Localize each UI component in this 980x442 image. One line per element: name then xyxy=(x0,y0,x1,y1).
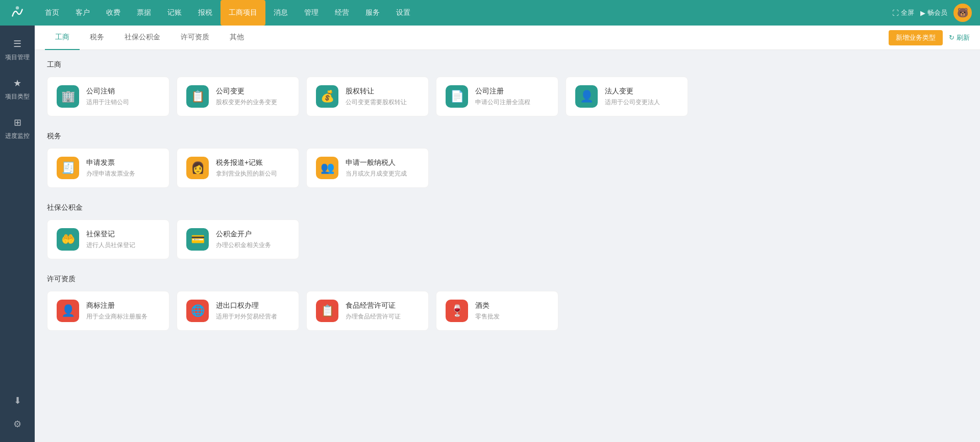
tab-社保公积金[interactable]: 社保公积金 xyxy=(114,26,170,50)
tab-其他[interactable]: 其他 xyxy=(219,26,254,50)
card-desc: 办理公积金相关业务 xyxy=(216,241,271,250)
fullscreen-icon: ⛶ xyxy=(892,9,899,17)
card-icon: 👤 xyxy=(57,300,79,322)
top-navigation: 首页客户收费票据记账报税工商项目消息管理经营服务设置 ⛶ 全屏 ▶ 畅会员 🐻 xyxy=(0,0,980,26)
section-title: 税务 xyxy=(47,132,968,141)
cards-grid: 🧾申请发票办理申请发票业务👩税务报道+记账拿到营业执照的新公司👥申请一般纳税人当… xyxy=(47,148,968,188)
card-title: 食品经营许可证 xyxy=(346,301,401,310)
nav-item-收费[interactable]: 收费 xyxy=(98,0,129,26)
card-icon: 🌐 xyxy=(186,300,209,322)
service-card-公司变更[interactable]: 📋公司变更股权变更外的业务变更 xyxy=(177,77,299,116)
card-icon: 🤲 xyxy=(57,228,79,251)
card-icon: 🏢 xyxy=(57,85,79,108)
service-card-申请一般纳税人[interactable]: 👥申请一般纳税人当月或次月成变更完成 xyxy=(306,148,429,188)
service-card-公司注册[interactable]: 📄公司注册申请公司注册全流程 xyxy=(436,77,558,116)
settings-button[interactable]: ⚙ xyxy=(0,412,35,436)
list-icon: ☰ xyxy=(10,37,24,51)
card-title: 进出口权办理 xyxy=(216,301,277,310)
card-desc: 拿到营业执照的新公司 xyxy=(216,169,277,178)
card-title: 酒类 xyxy=(475,301,500,310)
tab-bar: 工商税务社保公积金许可资质其他 新增业务类型 ↻ 刷新 xyxy=(35,26,980,50)
card-title: 公司注销 xyxy=(86,87,129,96)
card-title: 公司注册 xyxy=(475,87,530,96)
nav-item-首页[interactable]: 首页 xyxy=(37,0,67,26)
card-title: 商标注册 xyxy=(86,301,148,310)
section-title: 社保公积金 xyxy=(47,203,968,212)
card-info: 进出口权办理适用于对外贸易经营者 xyxy=(216,301,277,321)
star-icon: ★ xyxy=(10,76,24,90)
tab-工商[interactable]: 工商 xyxy=(45,26,80,50)
main-layout: ☰ 项目管理 ★ 项目类型 ⊞ 进度监控 ⬇ ⚙ 工商税务社保公积金许可资质其他… xyxy=(0,26,980,442)
service-card-股权转让[interactable]: 💰股权转让公司变更需要股权转让 xyxy=(306,77,429,116)
service-card-社保登记[interactable]: 🤲社保登记进行人员社保登记 xyxy=(47,219,169,259)
card-title: 申请发票 xyxy=(86,158,135,167)
card-info: 社保登记进行人员社保登记 xyxy=(86,230,135,250)
card-title: 申请一般纳税人 xyxy=(346,158,407,167)
service-card-税务报道+记账[interactable]: 👩税务报道+记账拿到营业执照的新公司 xyxy=(177,148,299,188)
service-card-商标注册[interactable]: 👤商标注册用于企业商标注册服务 xyxy=(47,291,169,331)
card-desc: 适用于公司变更法人 xyxy=(605,98,660,107)
nav-item-管理[interactable]: 管理 xyxy=(296,0,327,26)
card-title: 公积金开户 xyxy=(216,230,271,239)
card-info: 申请发票办理申请发票业务 xyxy=(86,158,135,178)
service-card-申请发票[interactable]: 🧾申请发票办理申请发票业务 xyxy=(47,148,169,188)
nav-item-客户[interactable]: 客户 xyxy=(67,0,98,26)
section-title: 许可资质 xyxy=(47,275,968,284)
tab-许可资质[interactable]: 许可资质 xyxy=(170,26,219,50)
card-info: 商标注册用于企业商标注册服务 xyxy=(86,301,148,321)
service-card-公司注销[interactable]: 🏢公司注销适用于注销公司 xyxy=(47,77,169,116)
tab-税务[interactable]: 税务 xyxy=(80,26,114,50)
card-icon: 📋 xyxy=(186,85,209,108)
cards-grid: 🏢公司注销适用于注销公司📋公司变更股权变更外的业务变更💰股权转让公司变更需要股权… xyxy=(47,77,968,116)
card-desc: 申请公司注册全流程 xyxy=(475,98,530,107)
card-title: 税务报道+记账 xyxy=(216,158,277,167)
sidebar-item-progress-monitor[interactable]: ⊞ 进度监控 xyxy=(0,108,35,148)
section-税务: 税务🧾申请发票办理申请发票业务👩税务报道+记账拿到营业执照的新公司👥申请一般纳税… xyxy=(47,132,968,188)
card-info: 申请一般纳税人当月或次月成变更完成 xyxy=(346,158,407,178)
card-info: 酒类零售批发 xyxy=(475,301,500,321)
nav-item-经营[interactable]: 经营 xyxy=(327,0,357,26)
card-desc: 进行人员社保登记 xyxy=(86,241,135,250)
card-desc: 适用于对外贸易经营者 xyxy=(216,312,277,321)
card-desc: 用于企业商标注册服务 xyxy=(86,312,148,321)
card-title: 股权转让 xyxy=(346,87,407,96)
service-card-进出口权办理[interactable]: 🌐进出口权办理适用于对外贸易经营者 xyxy=(177,291,299,331)
sidebar: ☰ 项目管理 ★ 项目类型 ⊞ 进度监控 ⬇ ⚙ xyxy=(0,26,35,442)
grid-icon: ⊞ xyxy=(10,115,24,130)
nav-item-设置[interactable]: 设置 xyxy=(388,0,419,26)
nav-item-记账[interactable]: 记账 xyxy=(159,0,190,26)
service-card-酒类[interactable]: 🍷酒类零售批发 xyxy=(436,291,558,331)
card-icon: 💳 xyxy=(186,228,209,251)
card-title: 社保登记 xyxy=(86,230,135,239)
card-info: 股权转让公司变更需要股权转让 xyxy=(346,87,407,107)
card-title: 公司变更 xyxy=(216,87,277,96)
user-avatar[interactable]: 🐻 xyxy=(953,4,972,22)
card-desc: 当月或次月成变更完成 xyxy=(346,169,407,178)
nav-item-消息[interactable]: 消息 xyxy=(265,0,296,26)
card-title: 法人变更 xyxy=(605,87,660,96)
nav-item-服务[interactable]: 服务 xyxy=(357,0,388,26)
download-button[interactable]: ⬇ xyxy=(0,389,35,412)
nav-item-票据[interactable]: 票据 xyxy=(129,0,159,26)
service-card-食品经营许可证[interactable]: 📋食品经营许可证办理食品经营许可证 xyxy=(306,291,429,331)
section-工商: 工商🏢公司注销适用于注销公司📋公司变更股权变更外的业务变更💰股权转让公司变更需要… xyxy=(47,60,968,116)
sidebar-item-project-management[interactable]: ☰ 项目管理 xyxy=(0,30,35,69)
service-card-法人变更[interactable]: 👤法人变更适用于公司变更法人 xyxy=(566,77,688,116)
card-info: 税务报道+记账拿到营业执照的新公司 xyxy=(216,158,277,178)
vip-button[interactable]: ▶ 畅会员 xyxy=(920,8,947,17)
service-card-公积金开户[interactable]: 💳公积金开户办理公积金相关业务 xyxy=(177,219,299,259)
nav-item-报税[interactable]: 报税 xyxy=(190,0,220,26)
play-icon: ▶ xyxy=(920,9,925,17)
app-logo xyxy=(8,4,27,22)
sidebar-item-project-type[interactable]: ★ 项目类型 xyxy=(0,69,35,108)
card-icon: 👤 xyxy=(575,85,598,108)
new-type-button[interactable]: 新增业务类型 xyxy=(889,30,943,45)
fullscreen-button[interactable]: ⛶ 全屏 xyxy=(892,8,914,17)
card-info: 法人变更适用于公司变更法人 xyxy=(605,87,660,107)
nav-item-工商项目[interactable]: 工商项目 xyxy=(220,0,265,26)
card-icon: 🍷 xyxy=(446,300,468,322)
card-icon: 💰 xyxy=(316,85,338,108)
refresh-button[interactable]: ↻ 刷新 xyxy=(949,33,970,42)
section-社保公积金: 社保公积金🤲社保登记进行人员社保登记💳公积金开户办理公积金相关业务 xyxy=(47,203,968,259)
card-info: 公积金开户办理公积金相关业务 xyxy=(216,230,271,250)
